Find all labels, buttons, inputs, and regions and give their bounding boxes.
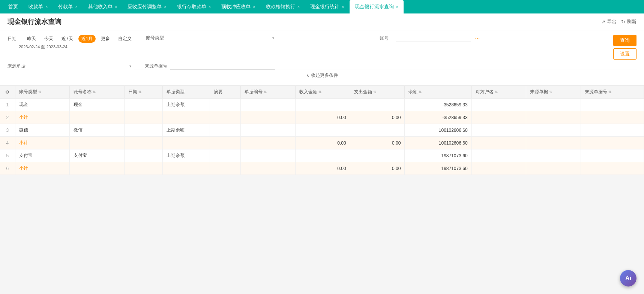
source-doc-select[interactable]: ▾: [29, 63, 134, 69]
nav-tab-银行存取款单[interactable]: 银行存取款单×: [172, 0, 216, 13]
col-header-account_type[interactable]: 账号类型⇅: [15, 86, 70, 98]
cell-account-name: 支付宝: [70, 149, 125, 162]
refresh-icon: ↻: [621, 19, 625, 25]
close-icon[interactable]: ×: [75, 4, 77, 9]
sort-icon: ⇅: [549, 90, 552, 94]
table-row: 6小计0.000.0019871073.60: [0, 162, 644, 175]
nav-tab-收款单[interactable]: 收款单×: [23, 0, 53, 13]
cell-expense: 0.00: [350, 137, 405, 149]
col-header-counterpart[interactable]: 对方户名⇅: [471, 86, 526, 98]
nav-tab-预收冲应收单[interactable]: 预收冲应收单×: [216, 0, 260, 13]
cell-account-name: [70, 137, 125, 149]
close-icon[interactable]: ×: [209, 4, 211, 9]
row-number: 2: [0, 111, 15, 124]
cell-doc-no: [240, 124, 295, 137]
cell-balance: -3528659.33: [405, 111, 471, 124]
cell-doc-type: 上期余额: [163, 98, 210, 111]
sort-icon: ⇅: [318, 90, 321, 94]
nav-tab-现金银行统计[interactable]: 现金银行统计×: [305, 0, 349, 13]
chevron-up-icon: ∧: [306, 73, 309, 78]
date-option-更多[interactable]: 更多: [98, 35, 113, 43]
col-header-account_name[interactable]: 账号名称⇅: [70, 86, 125, 98]
cell-account-type: 现金: [15, 98, 70, 111]
close-icon[interactable]: ×: [164, 4, 166, 9]
nav-tab-其他收入单[interactable]: 其他收入单×: [83, 0, 122, 13]
col-header-source_doc_no[interactable]: 来源单据号⇅: [581, 86, 644, 98]
account-more-button[interactable]: ···: [473, 35, 482, 42]
date-option-近1月[interactable]: 近1月: [78, 35, 96, 43]
source-doc-label: 来源单据: [8, 63, 26, 69]
date-option-今天[interactable]: 今天: [41, 35, 56, 43]
filter-area: 日期 昨天今天近7天近1月更多自定义 2023-02-24 至 2023-03-…: [0, 30, 644, 86]
close-icon[interactable]: ×: [396, 4, 398, 9]
nav-tab-现金银行流水查询[interactable]: 现金银行流水查询×: [350, 0, 404, 13]
cell-account-type: 小计: [15, 162, 70, 175]
close-icon[interactable]: ×: [45, 4, 48, 9]
query-button[interactable]: 查询: [613, 35, 636, 46]
col-header-balance[interactable]: 余额⇅: [405, 86, 471, 98]
sort-icon: ⇅: [419, 90, 422, 94]
cell-income: [295, 124, 350, 137]
close-icon[interactable]: ×: [297, 4, 300, 9]
col-header-income[interactable]: 收入金额⇅: [295, 86, 350, 98]
table-header: ⚙账号类型⇅账号名称⇅日期⇅单据类型摘要单据编号⇅收入金额⇅支出金额⇅余额⇅对方…: [0, 86, 644, 98]
cell-expense: [350, 149, 405, 162]
table-row: 1现金现金上期余额-3528659.33: [0, 98, 644, 111]
cell-expense: [350, 124, 405, 137]
cell-date: [125, 124, 163, 137]
export-button[interactable]: ↗ 导出: [601, 18, 617, 25]
cell-summary: [210, 162, 240, 175]
cell-balance: 19871073.60: [405, 162, 471, 175]
cell-source-doc-no: [581, 111, 644, 124]
cell-source-doc: [526, 98, 581, 111]
date-option-昨天[interactable]: 昨天: [24, 35, 39, 43]
cell-account-name: 微信: [70, 124, 125, 137]
collapse-bar[interactable]: ∧ 收起更多条件: [8, 70, 636, 81]
cell-doc-no: [240, 162, 295, 175]
date-option-近7天[interactable]: 近7天: [59, 35, 76, 43]
nav-tab-收款核销执行[interactable]: 收款核销执行×: [261, 0, 305, 13]
cell-doc-no: [240, 149, 295, 162]
right-buttons: 查询 设置: [613, 35, 636, 60]
date-option-自定义[interactable]: 自定义: [115, 35, 135, 43]
page-title: 现金银行流水查询: [8, 17, 62, 26]
nav-tab-应收应付调整单[interactable]: 应收应付调整单×: [122, 0, 171, 13]
table-row: 3微信微信上期余额100102606.60: [0, 124, 644, 137]
table-row: 5支付宝支付宝上期余额19871073.60: [0, 149, 644, 162]
page-header: 现金银行流水查询 ↗ 导出 ↻ 刷新: [0, 13, 644, 30]
row-number: 6: [0, 162, 15, 175]
nav-tab-付款单[interactable]: 付款单×: [53, 0, 83, 13]
sort-icon: ⇅: [495, 90, 498, 94]
source-doc-num-input[interactable]: [170, 63, 275, 70]
cell-doc-type: [163, 137, 210, 149]
cell-account-type: 小计: [15, 137, 70, 149]
cell-source-doc: [526, 137, 581, 149]
cell-counterpart: [471, 162, 526, 175]
close-icon[interactable]: ×: [115, 4, 117, 9]
cell-account-name: [70, 162, 125, 175]
col-header-date[interactable]: 日期⇅: [125, 86, 163, 98]
account-input[interactable]: [396, 35, 471, 42]
col-header-doc_no[interactable]: 单据编号⇅: [240, 86, 295, 98]
cell-doc-no: [240, 98, 295, 111]
header-actions: ↗ 导出 ↻ 刷新: [601, 18, 636, 25]
refresh-button[interactable]: ↻ 刷新: [621, 18, 636, 25]
settings-icon[interactable]: ⚙: [5, 90, 9, 95]
cell-summary: [210, 137, 240, 149]
source-doc-num-label: 来源单据号: [145, 63, 167, 69]
cell-doc-type: [163, 111, 210, 124]
col-header-source_doc[interactable]: 来源单据⇅: [526, 86, 581, 98]
cell-doc-type: 上期余额: [163, 149, 210, 162]
settings-button[interactable]: 设置: [613, 48, 636, 60]
cell-date: [125, 98, 163, 111]
account-type-select[interactable]: ▾: [171, 35, 276, 41]
cell-doc-no: [240, 137, 295, 149]
cell-expense: 0.00: [350, 162, 405, 175]
sort-icon: ⇅: [608, 90, 611, 94]
close-icon[interactable]: ×: [253, 4, 255, 9]
cell-doc-type: 上期余额: [163, 124, 210, 137]
close-icon[interactable]: ×: [342, 4, 344, 9]
col-header-expense[interactable]: 支出金额⇅: [350, 86, 405, 98]
nav-home[interactable]: 首页: [3, 0, 23, 13]
table-body: 1现金现金上期余额-3528659.332小计0.000.00-3528659.…: [0, 98, 644, 175]
